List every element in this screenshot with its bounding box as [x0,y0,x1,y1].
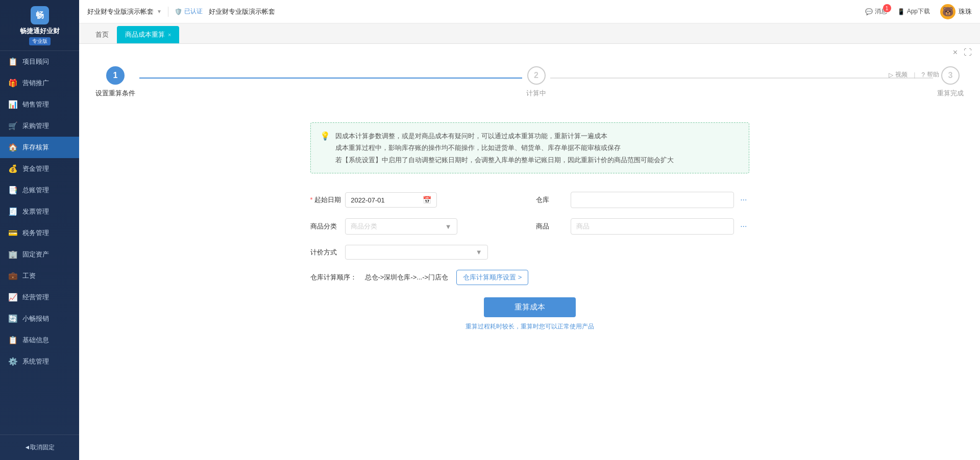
user-name: 珠珠 [959,7,972,16]
step-2-circle: 2 [527,66,546,85]
sidebar-item-label: 库存核算 [22,143,49,152]
step-line-1 [139,78,522,79]
category-select[interactable]: 商品分类 ▼ [345,218,457,235]
recalc-button[interactable]: 重算成本 [484,297,576,317]
sidebar-item-accounting[interactable]: 📑 总账管理 [0,180,79,201]
sidebar-item-tax[interactable]: 💳 税务管理 [0,222,79,244]
form-row-2: 商品分类 商品分类 ▼ 商品 商品 ··· [310,218,749,235]
step-1-label: 设置重算条件 [95,89,135,98]
sidebar-item-system[interactable]: ⚙️ 系统管理 [0,351,79,372]
step-1: 1 设置重算条件 [95,66,135,98]
step-line-2 [550,78,933,79]
account-selector[interactable]: 好业财专业版演示帐套 ▼ [87,7,162,16]
sidebar-item-finance[interactable]: 💰 资金管理 [0,158,79,180]
header-divider [168,7,168,17]
category-placeholder: 商品分类 [351,222,377,231]
warehouse-order-btn[interactable]: 仓库计算顺序设置 > [456,270,528,285]
sidebar-item-marketing[interactable]: 🎁 营销推广 [0,72,79,94]
sidebar-item-invoice[interactable]: 🧾 发票管理 [0,201,79,222]
app-name: 畅捷通好业财 [20,27,60,36]
goods-more-icon[interactable]: ··· [738,220,749,233]
step-2-label: 计算中 [526,89,546,98]
warehouse-input[interactable] [571,192,734,208]
info-text: 因成本计算参数调整，或是对商品成本有疑问时，可以通过成本重算功能，重新计算一遍成… [335,130,674,166]
account-name: 好业财专业版演示帐套 [87,7,154,16]
sidebar-item-inventory[interactable]: 🏠 库存核算 [0,137,79,158]
main-area: 好业财专业版演示帐套 ▼ 🛡️ 已认证 好业财专业版演示帐套 💬 消息 1 📱 … [79,0,980,460]
pricing-dropdown-icon: ▼ [476,248,482,256]
message-badge: 1 [883,4,891,12]
tab-bar: 首页 商品成本重算 × [79,23,980,44]
expand-button[interactable]: ⛶ [964,48,972,57]
sidebar-item-label: 税务管理 [22,228,49,238]
sidebar-item-payroll[interactable]: 💼 工资 [0,265,79,287]
step-3-label: 重算完成 [937,89,964,98]
tab-home[interactable]: 首页 [87,26,117,43]
form-area: 起始日期 2022-07-01 📅 仓库 ··· 商品分类 商 [310,188,749,335]
sidebar-item-basic[interactable]: 📋 基础信息 [0,329,79,351]
sidebar-item-label: 采购管理 [22,121,49,131]
invoice-icon: 🧾 [8,207,17,216]
calendar-icon: 📅 [423,196,431,204]
purchase-icon: 🛒 [8,121,17,131]
sidebar-item-label: 基础信息 [22,336,49,345]
sidebar-item-label: 发票管理 [22,207,49,216]
submit-area: 重算成本 重算过程耗时较长，重算时您可以正常使用产品 [310,297,749,331]
system-icon: ⚙️ [8,357,17,366]
cancel-pin-button[interactable]: ◄取消固定 [0,439,79,456]
warehouse-order-value: 总仓->深圳仓库->...->门店仓 [365,273,449,282]
header: 好业财专业版演示帐套 ▼ 🛡️ 已认证 好业财专业版演示帐套 💬 消息 1 📱 … [79,0,980,23]
goods-input[interactable]: 商品 [571,218,734,235]
goods-placeholder: 商品 [576,222,590,231]
sidebar-item-label: 销售管理 [22,100,49,109]
form-row-3: 计价方式 ▼ [310,245,749,260]
tab-close-icon[interactable]: × [168,32,171,38]
goods-label: 商品 [536,222,567,231]
video-link[interactable]: ▷ 视频 [889,70,908,79]
warehouse-more-icon[interactable]: ··· [738,193,749,207]
play-icon: ▷ [889,71,893,79]
goods-group: 商品 商品 ··· [536,218,749,235]
marketing-icon: 🎁 [8,79,17,88]
sidebar-item-label: 资金管理 [22,164,49,173]
step-1-circle: 1 [106,66,125,85]
sidebar-bottom: ◄取消固定 [0,435,79,460]
warehouse-order-label: 仓库计算顺序： [310,273,357,282]
message-icon: 💬 [865,8,873,15]
message-button[interactable]: 💬 消息 1 [865,7,887,16]
step-3-circle: 3 [941,66,960,85]
tab-cost-recalc[interactable]: 商品成本重算 × [117,26,179,43]
steps-container: ▷ 视频 | ? 帮助 1 设置重算条件 2 计算 [95,56,964,108]
pricing-label: 计价方式 [310,248,341,257]
sidebar-item-assets[interactable]: 🏢 固定资产 [0,244,79,265]
finance-icon: 💰 [8,164,17,173]
account-dropdown-icon: ▼ [157,9,162,14]
logo-icon: 畅 [31,6,49,24]
help-link[interactable]: ? 帮助 [921,70,939,79]
verified-badge: 🛡️ 已认证 [175,7,203,16]
question-icon: ? [921,71,925,79]
sidebar-item-label: 总账管理 [22,186,49,195]
sidebar-item-sales[interactable]: 📊 销售管理 [0,94,79,115]
sidebar-item-label: 固定资产 [22,250,49,259]
payroll-icon: 💼 [8,271,17,280]
sidebar-item-project[interactable]: 📋 项目顾问 [0,51,79,72]
assets-icon: 🏢 [8,250,17,259]
shield-icon: 🛡️ [175,8,182,15]
sidebar-logo: 畅 畅捷通好业财 专业版 [0,0,79,51]
help-links: ▷ 视频 | ? 帮助 [889,70,939,79]
pricing-group: 计价方式 ▼ [310,245,524,260]
inventory-icon: 🏠 [8,143,17,152]
category-label: 商品分类 [310,222,341,231]
sidebar-item-expense[interactable]: 🔄 小畅报销 [0,308,79,329]
sidebar-item-operation[interactable]: 📈 经营管理 [0,287,79,308]
submit-hint: 重算过程耗时较长，重算时您可以正常使用产品 [465,322,594,331]
start-date-group: 起始日期 2022-07-01 📅 [310,192,524,208]
edition-badge: 专业版 [29,37,51,45]
start-date-input[interactable]: 2022-07-01 📅 [345,192,437,208]
user-menu[interactable]: 🐻 珠珠 [940,4,972,19]
avatar: 🐻 [940,4,955,19]
pricing-select[interactable]: ▼ [345,245,488,260]
sidebar-item-purchase[interactable]: 🛒 采购管理 [0,115,79,137]
app-download-button[interactable]: 📱 App下载 [897,7,930,16]
